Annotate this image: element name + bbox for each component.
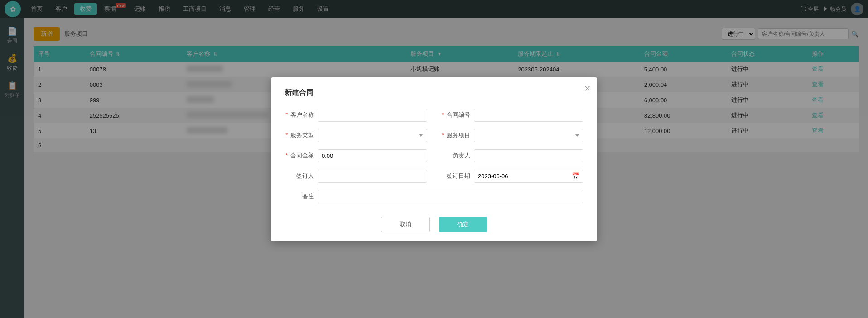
remark-row: 备注 [285, 190, 583, 203]
required-star: * [442, 132, 444, 138]
service-item-label: * 服务项目 [441, 131, 470, 139]
modal-title: 新建合同 [285, 88, 583, 98]
required-star: * [285, 111, 288, 118]
responsible-label: 负责人 [441, 152, 470, 160]
required-star: * [285, 152, 288, 159]
contract-no-label: * 合同编号 [441, 111, 470, 119]
required-star: * [285, 132, 288, 138]
modal-close-button[interactable]: ✕ [584, 84, 591, 94]
sign-date-input[interactable]: 2023-06-06 [474, 170, 568, 182]
signer-input[interactable] [318, 170, 427, 183]
modal-actions: 取消 确定 [285, 217, 583, 232]
service-type-select[interactable] [318, 129, 427, 142]
service-type-label: * 服务类型 [285, 131, 314, 139]
signer-row: 签订人 [285, 170, 427, 183]
client-name-label: * 客户名称 [285, 111, 314, 119]
amount-input[interactable]: 0.00 [318, 149, 427, 162]
remark-input[interactable] [318, 190, 583, 203]
cancel-button[interactable]: 取消 [381, 217, 430, 232]
sign-date-row: 签订日期 2023-06-06 📅 [441, 170, 583, 183]
responsible-input[interactable] [474, 149, 583, 162]
amount-label: * 合同金额 [285, 152, 314, 160]
amount-row: * 合同金额 0.00 [285, 149, 427, 162]
sign-date-wrap: 2023-06-06 📅 [474, 170, 583, 183]
sign-date-label: 签订日期 [441, 172, 470, 180]
service-item-row: * 服务项目 [441, 129, 583, 142]
responsible-row: 负责人 [441, 149, 583, 162]
required-star: * [442, 111, 444, 118]
modal-form: * 客户名称 * 合同编号 * 服务类型 [285, 109, 583, 203]
contract-no-input[interactable] [474, 109, 583, 122]
modal-overlay[interactable]: 新建合同 ✕ * 客户名称 * 合同编号 * [0, 0, 868, 318]
confirm-button[interactable]: 确定 [439, 217, 487, 232]
contract-no-row: * 合同编号 [441, 109, 583, 122]
service-item-select[interactable] [474, 129, 583, 142]
service-type-row: * 服务类型 [285, 129, 427, 142]
client-name-input[interactable] [318, 109, 427, 122]
calendar-icon[interactable]: 📅 [568, 172, 583, 180]
client-name-row: * 客户名称 [285, 109, 427, 122]
remark-label: 备注 [285, 192, 314, 200]
new-contract-modal: 新建合同 ✕ * 客户名称 * 合同编号 * [271, 77, 597, 241]
signer-label: 签订人 [285, 172, 314, 180]
